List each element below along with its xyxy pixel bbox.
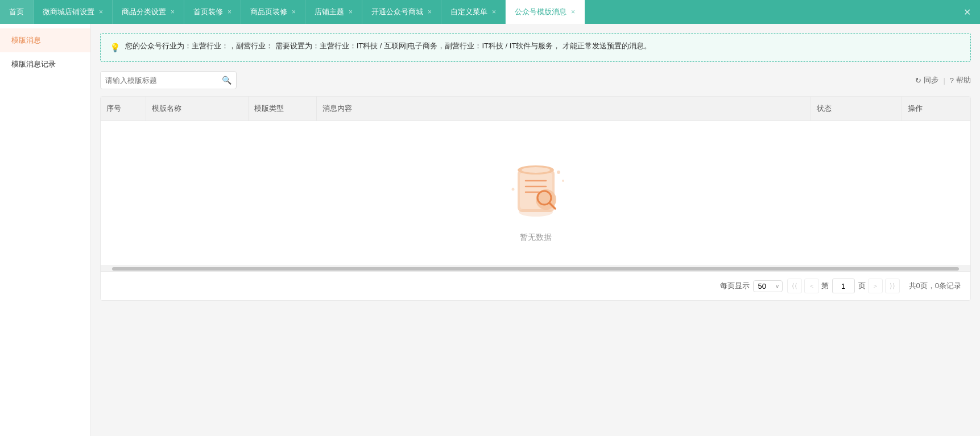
tab-close-category-settings[interactable]: ×: [171, 8, 175, 16]
tab-label-custom-menu: 自定义菜单: [450, 7, 487, 17]
per-page-label: 每页显示: [720, 281, 750, 291]
prev-page-button[interactable]: ＜: [804, 279, 819, 293]
table-header-status: 状态: [811, 97, 902, 121]
notice-text-highlight: 需要设置为：主营行业：IT科技 / 互联网|电子商务，副营行业：IT科技 / I…: [275, 41, 561, 50]
tab-item-shop-settings[interactable]: 微商城店铺设置×: [34, 0, 113, 24]
pagination-nav: ⟨⟨ ＜ 第 页 ＞ ⟩⟩: [787, 279, 900, 293]
page-input-wrap: 第 页: [821, 279, 866, 293]
search-bar: 🔍 ↻ 同步 | ? 帮助: [100, 71, 971, 89]
tab-label-product-decoration: 商品页装修: [250, 7, 287, 17]
table-header-seq: 序号: [101, 97, 146, 121]
search-actions: ↻ 同步 | ? 帮助: [915, 75, 971, 85]
notice-text-before: 您的公众号行业为：主营行业：，副营行业：: [125, 41, 273, 50]
notice-text-after: 才能正常发送预置的消息。: [563, 41, 651, 50]
sync-label: 同步: [924, 75, 938, 85]
main-layout: 模版消息模版消息记录 💡 您的公众号行业为：主营行业：，副营行业： 需要设置为：…: [0, 24, 980, 436]
next-page-button[interactable]: ＞: [868, 279, 883, 293]
svg-point-11: [557, 171, 560, 174]
tab-item-shop-theme[interactable]: 店铺主题×: [305, 0, 362, 24]
tab-label-home-decoration: 首页装修: [193, 7, 223, 17]
notice-text: 您的公众号行业为：主营行业：，副营行业： 需要设置为：主营行业：IT科技 / 互…: [125, 40, 651, 52]
notice-icon: 💡: [110, 41, 121, 55]
last-page-button[interactable]: ⟩⟩: [885, 279, 900, 293]
total-info: 共0页，0条记录: [909, 281, 961, 291]
table-header: 序号模版名称模版类型消息内容状态操作: [101, 97, 970, 121]
tab-close-custom-menu[interactable]: ×: [492, 8, 496, 16]
page-prefix: 第: [821, 281, 829, 291]
page-suffix: 页: [858, 281, 866, 291]
tab-label-open-wechat: 开通公众号商城: [371, 7, 423, 17]
sidebar-item-template-msg-record[interactable]: 模版消息记录: [0, 52, 90, 76]
sidebar-item-template-msg[interactable]: 模版消息: [0, 28, 90, 52]
help-button[interactable]: ? 帮助: [950, 75, 971, 85]
divider: |: [943, 76, 945, 85]
tab-item-home-decoration[interactable]: 首页装修×: [184, 0, 241, 24]
table-header-name: 模版名称: [146, 97, 249, 121]
tab-close-home-decoration[interactable]: ×: [228, 8, 231, 16]
sync-icon: ↻: [915, 76, 921, 85]
search-input[interactable]: [105, 76, 222, 85]
tab-label-template-msg: 公众号模版消息: [515, 7, 567, 17]
empty-text: 暂无数据: [520, 232, 552, 243]
help-label: 帮助: [956, 75, 971, 85]
pagination: 每页显示 50 10 20 100 ⟨⟨ ＜ 第: [101, 271, 970, 300]
first-page-button[interactable]: ⟨⟨: [787, 279, 802, 293]
notice-box: 💡 您的公众号行业为：主营行业：，副营行业： 需要设置为：主营行业：IT科技 /…: [100, 33, 971, 62]
svg-point-13: [511, 188, 514, 191]
tab-item-product-decoration[interactable]: 商品页装修×: [241, 0, 305, 24]
page-number-input[interactable]: [832, 279, 855, 293]
tab-label-shop-theme: 店铺主题: [315, 7, 344, 17]
tab-close-shop-theme[interactable]: ×: [349, 8, 353, 16]
sidebar: 模版消息模版消息记录: [0, 24, 91, 436]
tab-item-template-msg[interactable]: 公众号模版消息×: [506, 0, 585, 24]
table-header-type: 模版类型: [249, 97, 317, 121]
close-all-button[interactable]: ✕: [954, 7, 980, 18]
help-icon: ?: [950, 76, 954, 85]
per-page-select-wrap[interactable]: 50 10 20 100: [753, 280, 783, 292]
tab-bar: 首页微商城店铺设置×商品分类设置×首页装修×商品页装修×店铺主题×开通公众号商城…: [0, 0, 980, 24]
sync-button[interactable]: ↻ 同步: [915, 75, 938, 85]
per-page-select[interactable]: 50 10 20 100: [753, 280, 783, 292]
tab-item-open-wechat[interactable]: 开通公众号商城×: [362, 0, 441, 24]
data-table: 序号模版名称模版类型消息内容状态操作: [100, 96, 971, 301]
content-area: 💡 您的公众号行业为：主营行业：，副营行业： 需要设置为：主营行业：IT科技 /…: [91, 24, 980, 436]
empty-state: 暂无数据: [101, 121, 970, 265]
svg-point-12: [562, 180, 564, 182]
scroll-indicator[interactable]: [101, 265, 970, 271]
empty-icon: [502, 155, 570, 223]
tab-close-product-decoration[interactable]: ×: [292, 8, 296, 16]
per-page-wrap: 每页显示 50 10 20 100: [720, 280, 783, 292]
table-header-action: 操作: [902, 97, 970, 121]
tab-item-custom-menu[interactable]: 自定义菜单×: [441, 0, 506, 24]
tab-item-home[interactable]: 首页: [0, 0, 34, 24]
tab-item-category-settings[interactable]: 商品分类设置×: [113, 0, 184, 24]
tab-label-shop-settings: 微商城店铺设置: [43, 7, 94, 17]
svg-point-7: [522, 167, 550, 173]
tab-close-shop-settings[interactable]: ×: [99, 8, 103, 16]
scroll-thumb[interactable]: [112, 267, 959, 271]
tab-label-category-settings: 商品分类设置: [122, 7, 166, 17]
search-input-wrap[interactable]: 🔍: [100, 71, 237, 89]
tab-label-home: 首页: [9, 7, 24, 17]
search-icon[interactable]: 🔍: [222, 76, 231, 85]
tab-close-open-wechat[interactable]: ×: [428, 8, 432, 16]
table-header-content: 消息内容: [317, 97, 811, 121]
tab-close-template-msg[interactable]: ×: [571, 8, 575, 16]
